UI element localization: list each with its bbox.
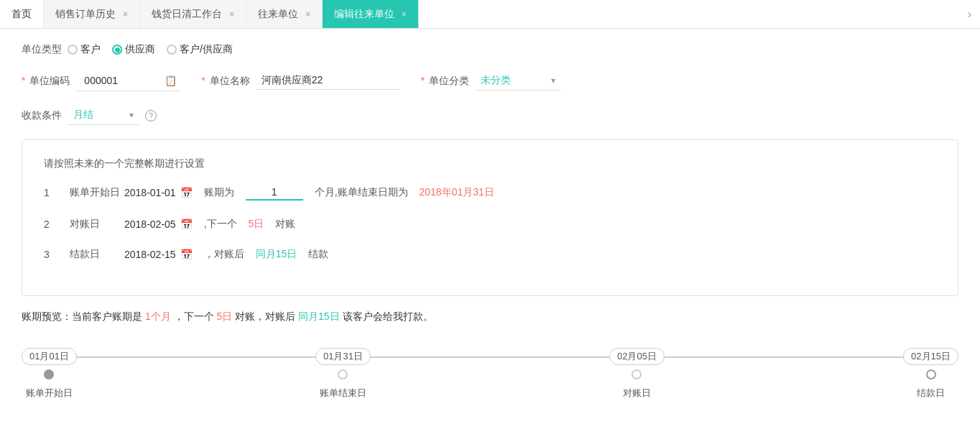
node-3-label: 结款日	[917, 387, 945, 400]
unit-type-radio-group: 客户 供应商 客户/供应商	[68, 43, 233, 56]
unit-type-label: 单位类型	[22, 43, 62, 56]
tab-cash-work-close[interactable]: ×	[229, 9, 234, 19]
node-3-dot	[926, 369, 936, 380]
row-3-highlight: 同月15日	[256, 248, 297, 261]
node-2-label: 对账日	[623, 387, 651, 400]
preview-part6: 该客户会给我打款。	[343, 310, 433, 322]
setting-row-3: 3 结款日 2018-02-15 📅 ，对账后 同月15日 结款	[44, 248, 936, 261]
node-2-dot	[632, 369, 642, 380]
node-0-label: 账单开始日	[26, 387, 73, 400]
row-2-highlight: 5日	[249, 218, 264, 231]
row-1-num: 1	[44, 187, 58, 198]
unit-category-star: *	[421, 75, 425, 86]
unit-category-value: 未分类	[481, 74, 548, 87]
row-1-date-val: 2018-01-01	[124, 187, 176, 198]
unit-code-icon[interactable]: 📋	[165, 75, 177, 86]
payment-terms-field: 收款条件 月结 ▾ ?	[22, 106, 157, 125]
preview-part2: ，下一个	[174, 310, 214, 322]
radio-customer[interactable]: 客户	[68, 43, 101, 56]
row-2-cal-icon[interactable]: 📅	[180, 218, 193, 230]
row-2-label: 对账日	[70, 218, 113, 231]
node-3-date: 02月15日	[903, 348, 958, 365]
row-2-prefix: ,下一个	[204, 218, 237, 231]
tab-edit-partner[interactable]: 编辑往来单位 ×	[323, 0, 419, 28]
period-input[interactable]	[246, 185, 303, 201]
unit-code-input[interactable]	[78, 72, 165, 89]
preview-part3: 5日	[216, 310, 232, 322]
tab-sales-history-label: 销售订单历史	[55, 8, 116, 21]
tab-edit-partner-label: 编辑往来单位	[334, 8, 394, 21]
tab-edit-partner-close[interactable]: ×	[402, 9, 407, 19]
row-3-date-val: 2018-02-15	[124, 249, 176, 260]
unit-name-star: *	[201, 75, 205, 86]
main-content: 单位类型 客户 供应商 客户/供应商 * 单位编码	[0, 29, 980, 437]
unit-name-field: * 单位名称	[201, 72, 399, 90]
node-1-date: 01月31日	[315, 348, 371, 365]
row-2-suffix: 对账	[275, 218, 295, 231]
row-1-suffix: 个月,账单结束日期为	[315, 186, 408, 199]
row-1-cal-icon[interactable]: 📅	[180, 187, 193, 198]
node-1-dot	[338, 369, 348, 380]
row-3-num: 3	[44, 249, 58, 260]
row-3-prefix: ，对账后	[204, 248, 244, 261]
radio-supplier-label: 供应商	[125, 43, 155, 56]
row-3-label: 结款日	[70, 248, 113, 261]
payment-terms-label: 收款条件	[22, 109, 62, 122]
payment-terms-select[interactable]: 月结 ▾	[68, 106, 139, 125]
payment-terms-value: 月结	[73, 109, 126, 121]
row-2-date-val: 2018-02-05	[124, 218, 176, 230]
timeline-node-2: 02月05日 对账日	[609, 348, 665, 400]
settings-box: 请按照未来的一个完整帐期进行设置 1 账单开始日 2018-01-01 📅 账期…	[22, 139, 958, 296]
timeline: 01月01日 账单开始日 01月31日 账单结束日 02月05日 对账日 02月…	[22, 341, 958, 421]
tab-scroll-arrow[interactable]: ›	[959, 0, 980, 28]
tab-partner-unit-close[interactable]: ×	[305, 9, 310, 19]
unit-code-star: *	[22, 75, 25, 86]
row-3-date-wrap: 2018-02-15 📅	[124, 249, 193, 260]
row-1-date-wrap: 2018-01-01 📅	[124, 187, 193, 198]
row-3-suffix: 结款	[308, 248, 328, 261]
preview-part5: 同月15日	[298, 310, 340, 322]
setting-row-2: 2 对账日 2018-02-05 📅 ,下一个 5日 对账	[44, 218, 936, 231]
preview-part1: 1个月	[145, 310, 171, 322]
node-1-label: 账单结束日	[320, 387, 366, 400]
tab-home[interactable]: 首页	[0, 0, 44, 28]
tab-cash-work[interactable]: 钱货日清工作台 ×	[140, 0, 246, 28]
settings-title: 请按照未来的一个完整帐期进行设置	[44, 157, 936, 170]
tab-home-label: 首页	[11, 8, 32, 21]
timeline-node-1: 01月31日 账单结束日	[315, 348, 371, 400]
timeline-node-0: 01月01日 账单开始日	[22, 348, 77, 400]
timeline-nodes: 01月01日 账单开始日 01月31日 账单结束日 02月05日 对账日 02月…	[22, 348, 958, 400]
unit-code-label: * 单位编码	[22, 75, 70, 88]
row-2-date-wrap: 2018-02-05 📅	[124, 218, 193, 230]
row-3-cal-icon[interactable]: 📅	[180, 249, 193, 260]
setting-row-1: 1 账单开始日 2018-01-01 📅 账期为 个月,账单结束日期为 2018…	[44, 185, 936, 201]
payment-terms-row: 收款条件 月结 ▾ ?	[22, 106, 958, 125]
unit-name-input[interactable]	[256, 72, 399, 90]
preview-part4: 对账，对账后	[235, 310, 295, 322]
payment-terms-help[interactable]: ?	[145, 110, 157, 121]
node-2-date: 02月05日	[609, 348, 665, 365]
row-1-end-date: 2018年01月31日	[420, 186, 494, 199]
row-2-num: 2	[44, 218, 58, 230]
radio-both-circle	[167, 45, 177, 55]
radio-both[interactable]: 客户/供应商	[167, 43, 233, 56]
radio-customer-label: 客户	[80, 43, 101, 56]
tab-sales-history-close[interactable]: ×	[123, 9, 128, 19]
unit-category-label: * 单位分类	[421, 75, 469, 88]
unit-code-input-wrap: 📋	[75, 70, 180, 91]
radio-supplier[interactable]: 供应商	[112, 43, 155, 56]
unit-category-arrow: ▾	[551, 75, 555, 86]
tab-sales-history[interactable]: 销售订单历史 ×	[44, 0, 140, 28]
row-1-mid: 账期为	[204, 186, 234, 199]
unit-category-select[interactable]: 未分类 ▾	[475, 71, 561, 91]
tab-bar: 首页 销售订单历史 × 钱货日清工作台 × 往来单位 × 编辑往来单位 × ›	[0, 0, 980, 29]
unit-type-field: 单位类型 客户 供应商 客户/供应商	[22, 43, 233, 56]
timeline-node-3: 02月15日 结款日	[903, 348, 958, 400]
node-0-dot	[44, 369, 54, 380]
unit-category-field: * 单位分类 未分类 ▾	[421, 71, 561, 91]
preview-label: 账期预览：当前客户账期是	[22, 310, 142, 322]
radio-supplier-circle	[112, 45, 122, 55]
tab-partner-unit[interactable]: 往来单位 ×	[246, 0, 323, 28]
preview-text: 账期预览：当前客户账期是 1个月 ，下一个 5日 对账，对账后 同月15日 该客…	[22, 310, 958, 323]
tab-partner-unit-label: 往来单位	[258, 8, 298, 21]
